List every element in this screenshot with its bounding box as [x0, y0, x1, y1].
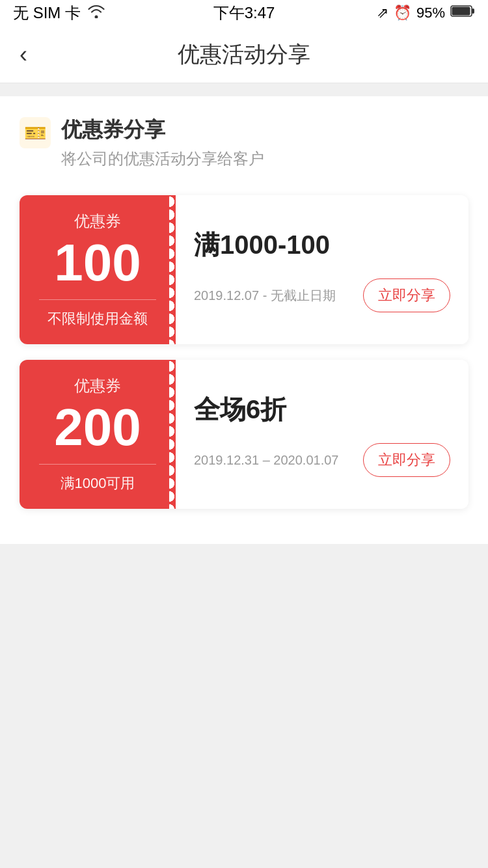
- coupon-share-icon: 🎫: [20, 117, 51, 148]
- top-divider: [0, 83, 488, 96]
- coupon-divider-2: [39, 464, 156, 465]
- coupon-name-2: 全场6折: [194, 392, 450, 427]
- coupon-right-1: 满1000-100 2019.12.07 - 无截止日期 立即分享: [176, 195, 468, 344]
- section-title: 优惠券分享: [61, 116, 264, 144]
- battery-text: 95%: [416, 5, 445, 21]
- coupon-left-2: 优惠券 200 满1000可用: [20, 360, 176, 509]
- share-button-1[interactable]: 立即分享: [363, 278, 450, 312]
- coupon-label-2: 优惠券: [74, 375, 121, 396]
- coupon-meta-1: 2019.12.07 - 无截止日期 立即分享: [194, 278, 450, 312]
- nav-bar: ‹ 优惠活动分享: [0, 26, 488, 83]
- coupon-list: 优惠券 100 不限制使用金额 满1000-100 2019.12.07 - 无…: [0, 182, 488, 544]
- carrier-text: 无 SIM 卡: [13, 3, 81, 23]
- coupon-condition-2: 满1000可用: [61, 474, 135, 493]
- svg-rect-2: [452, 7, 470, 16]
- coupon-divider-1: [39, 299, 156, 300]
- status-left: 无 SIM 卡: [13, 3, 105, 23]
- coupon-date-2: 2019.12.31 – 2020.01.07: [194, 453, 353, 468]
- coupon-card-2: 优惠券 200 满1000可用 全场6折 2019.12.31 – 2020.0…: [20, 360, 468, 509]
- coupon-amount-1: 100: [54, 237, 141, 289]
- coupon-condition-1: 不限制使用金额: [47, 309, 148, 329]
- coupon-amount-2: 200: [54, 401, 141, 454]
- coupon-label-1: 优惠券: [74, 211, 121, 232]
- svg-rect-1: [472, 8, 474, 14]
- empty-area: [0, 544, 488, 868]
- section-text: 优惠券分享 将公司的优惠活动分享给客户: [61, 116, 264, 169]
- battery-icon: [450, 5, 475, 21]
- status-time: 下午3:47: [213, 3, 275, 23]
- location-icon: ⇗: [377, 5, 388, 21]
- share-button-2[interactable]: 立即分享: [363, 443, 450, 477]
- status-bar: 无 SIM 卡 下午3:47 ⇗ ⏰ 95%: [0, 0, 488, 26]
- wifi-icon: [87, 4, 105, 22]
- svg-text:🎫: 🎫: [24, 122, 47, 144]
- alarm-icon: ⏰: [394, 5, 411, 21]
- coupon-name-1: 满1000-100: [194, 227, 450, 263]
- coupon-card-1: 优惠券 100 不限制使用金额 满1000-100 2019.12.07 - 无…: [20, 195, 468, 344]
- status-right: ⇗ ⏰ 95%: [377, 5, 475, 21]
- coupon-right-2: 全场6折 2019.12.31 – 2020.01.07 立即分享: [176, 360, 468, 509]
- coupon-left-1: 优惠券 100 不限制使用金额: [20, 195, 176, 344]
- section-header: 🎫 优惠券分享 将公司的优惠活动分享给客户: [0, 96, 488, 182]
- coupon-date-1: 2019.12.07 - 无截止日期: [194, 287, 353, 305]
- page-title: 优惠活动分享: [178, 40, 310, 70]
- section-subtitle: 将公司的优惠活动分享给客户: [61, 148, 264, 169]
- back-button[interactable]: ‹: [20, 41, 27, 68]
- coupon-meta-2: 2019.12.31 – 2020.01.07 立即分享: [194, 443, 450, 477]
